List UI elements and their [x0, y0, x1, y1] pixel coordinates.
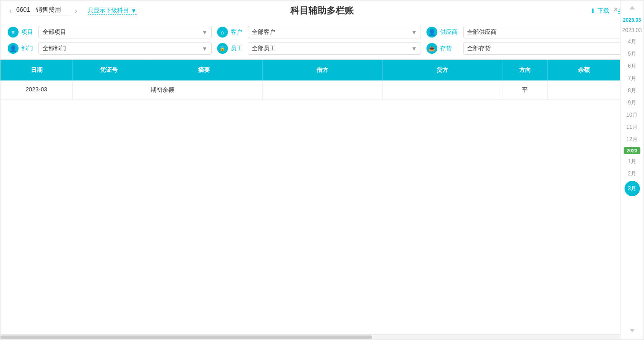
side-panel-period-item[interactable]: 10月: [620, 109, 644, 121]
side-panel-period-item[interactable]: 9月: [620, 97, 644, 109]
side-panel-period-item[interactable]: 1月: [620, 156, 644, 168]
nav-section: ‹ 6601 销售费用 ›: [8, 6, 79, 15]
customer-filter-label: ⌂ 客户: [217, 27, 242, 38]
filter-section: ≡ 项目 全部项目 ▼ ⌂ 客户 全部客户 ▼ 👤 供应商 全部供应商 ▼ 👤 …: [0, 21, 644, 60]
table-row[interactable]: 2023-03 期初余额 平: [0, 80, 620, 100]
cell-date: 2023-03: [0, 80, 73, 99]
nav-prev-button[interactable]: ‹: [8, 6, 14, 15]
customer-label-text: 客户: [231, 28, 242, 36]
supplier-select[interactable]: 全部供应商 ▼: [463, 26, 636, 38]
col-date: 日期: [0, 60, 73, 80]
cell-voucher: [73, 80, 145, 99]
inventory-select[interactable]: 全部存货 ▼: [463, 42, 636, 55]
cell-summary: 期初余额: [145, 80, 263, 99]
col-direction: 方向: [502, 60, 548, 80]
employee-select[interactable]: 全部员工 ▼: [248, 42, 421, 55]
show-sub-toggle[interactable]: 只显示下级科目 ▼: [88, 6, 137, 15]
cell-debit: [263, 80, 383, 99]
supplier-label-text: 供应商: [440, 28, 458, 36]
cell-direction: 平: [502, 80, 548, 99]
col-balance: 余额: [548, 60, 620, 80]
side-panel-period-item[interactable]: 5月: [620, 48, 644, 60]
download-button[interactable]: ⬇ 下载: [590, 7, 609, 15]
side-panel-period-item[interactable]: 2023.03: [620, 15, 644, 25]
col-debit: 借方: [263, 60, 383, 80]
supplier-filter-label: 👤 供应商: [426, 27, 458, 38]
account-name: 销售费用: [36, 6, 61, 13]
supplier-value: 全部供应商: [467, 28, 497, 36]
project-select-arrow-icon: ▼: [202, 29, 208, 36]
employee-label-text: 员工: [231, 44, 242, 52]
side-panel-period-item[interactable]: 8月: [620, 85, 644, 97]
side-panel-period-item[interactable]: 2月: [620, 168, 644, 180]
customer-icon: ⌂: [217, 27, 228, 38]
account-code: 6601: [16, 6, 30, 13]
side-panel-period-item[interactable]: 4月: [620, 36, 644, 48]
side-panel: 2023.032023.034月5月6月7月8月9月10月11月12月20231…: [620, 0, 644, 340]
project-filter-label: ≡ 项目: [8, 27, 33, 38]
employee-value: 全部员工: [252, 44, 275, 52]
supplier-icon: 👤: [426, 27, 437, 38]
department-select-arrow-icon: ▼: [202, 45, 208, 52]
side-panel-down-arrow[interactable]: [627, 325, 638, 338]
table-body: 2023-03 期初余额 平: [0, 80, 620, 100]
side-panel-period-item[interactable]: 2023.03: [620, 25, 644, 36]
nav-next-button[interactable]: ›: [73, 6, 79, 15]
employee-select-arrow-icon: ▼: [411, 45, 417, 52]
col-voucher: 凭证号: [73, 60, 145, 80]
employee-filter-label: 🔒 员工: [217, 43, 242, 54]
department-select[interactable]: 全部部门 ▼: [38, 42, 212, 55]
page-title: 科目辅助多栏账: [290, 5, 354, 17]
project-label-text: 项目: [21, 28, 33, 36]
inventory-label-text: 存货: [440, 44, 452, 52]
side-panel-period-item[interactable]: 6月: [620, 60, 644, 72]
project-value: 全部项目: [43, 28, 66, 36]
side-panel-period-item[interactable]: 11月: [620, 121, 644, 133]
download-icon: ⬇: [590, 7, 596, 14]
side-panel-period-item[interactable]: 3月: [625, 181, 640, 196]
side-panel-up-arrow[interactable]: [627, 2, 638, 15]
customer-select-arrow-icon: ▼: [411, 29, 417, 36]
department-icon: 👤: [8, 43, 19, 54]
department-value: 全部部门: [43, 44, 66, 52]
download-label: 下载: [597, 7, 609, 15]
inventory-value: 全部存货: [467, 44, 491, 52]
side-panel-period-item[interactable]: 2023: [624, 147, 640, 154]
customer-value: 全部客户: [252, 28, 275, 36]
account-label: 6601 销售费用: [16, 6, 71, 15]
cell-balance: [548, 80, 620, 99]
horizontal-scrollbar[interactable]: [0, 334, 620, 340]
scrollbar-thumb[interactable]: [0, 335, 372, 339]
title-bar: ‹ 6601 销售费用 › 只显示下级科目 ▼ 科目辅助多栏账 ⬇ 下载 🖨 打…: [0, 0, 644, 21]
main-content: 日期 凭证号 摘要 借方 贷方 方向 余额 2023-03 期初余额 平: [0, 60, 644, 326]
cell-credit: [383, 80, 502, 99]
table-header: 日期 凭证号 摘要 借方 贷方 方向 余额: [0, 60, 620, 80]
project-select[interactable]: 全部项目 ▼: [38, 26, 212, 38]
col-credit: 贷方: [383, 60, 502, 80]
department-filter-label: 👤 部门: [8, 43, 33, 54]
inventory-filter-label: 📥 存货: [426, 43, 458, 54]
project-icon: ≡: [8, 27, 19, 38]
close-button[interactable]: ×: [613, 5, 618, 14]
department-label-text: 部门: [21, 44, 33, 52]
show-sub-arrow-icon: ▼: [131, 7, 137, 14]
side-panel-period-item[interactable]: 7月: [620, 72, 644, 85]
employee-icon: 🔒: [217, 43, 228, 54]
show-sub-label: 只显示下级科目: [88, 6, 129, 14]
col-summary: 摘要: [145, 60, 263, 80]
inventory-icon: 📥: [426, 43, 437, 54]
side-panel-period-item[interactable]: 12月: [620, 133, 644, 146]
customer-select[interactable]: 全部客户 ▼: [248, 26, 421, 38]
